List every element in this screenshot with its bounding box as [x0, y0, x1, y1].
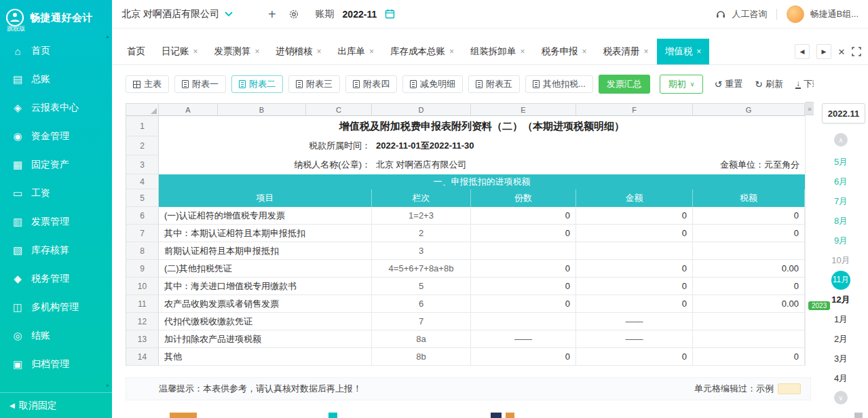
- cell[interactable]: 0: [693, 225, 805, 242]
- row-number[interactable]: 2: [126, 136, 159, 155]
- month-item[interactable]: 6月: [814, 172, 868, 191]
- cell[interactable]: 北京 对啊酒店有限公司: [372, 155, 596, 174]
- select-all-corner[interactable]: [126, 104, 159, 116]
- sidebar-item[interactable]: ▦固定资产: [0, 151, 112, 179]
- cell[interactable]: 前期认证相符且本期申报抵扣: [159, 242, 372, 260]
- sheet-tab[interactable]: 附表一: [174, 75, 226, 93]
- cell[interactable]: 其他: [159, 348, 372, 366]
- cell[interactable]: 0: [471, 278, 576, 295]
- close-icon[interactable]: ×: [369, 47, 374, 56]
- consult-link[interactable]: 人工咨询: [732, 8, 767, 20]
- table-header-cell[interactable]: 项目: [159, 189, 372, 207]
- cell[interactable]: ——: [576, 313, 693, 330]
- row-number[interactable]: 6: [126, 207, 159, 225]
- document-tab[interactable]: 税表清册×: [595, 39, 657, 64]
- opening-balance-button[interactable]: 期初∨: [660, 75, 704, 94]
- cell[interactable]: 代扣代缴税收缴款凭证: [159, 313, 372, 330]
- document-tab[interactable]: 出库单×: [330, 39, 383, 64]
- row-number[interactable]: 4: [126, 174, 159, 189]
- taskbar-item[interactable]: [328, 413, 337, 418]
- sidebar-item[interactable]: ◈云报表中心: [0, 94, 112, 122]
- cell[interactable]: 0: [576, 348, 693, 366]
- column-header[interactable]: G: [693, 104, 805, 116]
- sidebar-item[interactable]: ◎结账: [0, 322, 112, 350]
- cell[interactable]: 金额单位：元至角分: [596, 155, 805, 174]
- calendar-icon[interactable]: [385, 9, 395, 19]
- settings-gear-icon[interactable]: [288, 9, 299, 20]
- cell[interactable]: 8b: [372, 348, 471, 366]
- cell[interactable]: [693, 242, 805, 260]
- column-header[interactable]: D: [372, 104, 471, 116]
- sidebar-item[interactable]: ▣归档管理: [0, 350, 112, 379]
- cell[interactable]: [471, 242, 576, 260]
- fullscreen-icon[interactable]: [852, 47, 861, 56]
- cell[interactable]: 0: [693, 207, 805, 225]
- cell[interactable]: 0: [693, 278, 805, 295]
- cell[interactable]: 其中：本期认证相符且本期申报抵扣: [159, 225, 372, 242]
- row-number[interactable]: 13: [126, 330, 159, 348]
- collapse-panel-icon[interactable]: »: [805, 102, 814, 115]
- chevron-down-icon[interactable]: [225, 12, 233, 17]
- cell[interactable]: (二)其他扣税凭证: [159, 260, 372, 278]
- cell[interactable]: 0: [576, 260, 693, 278]
- cell[interactable]: 8a: [372, 330, 471, 348]
- cell[interactable]: 其中：海关进口增值税专用缴款书: [159, 278, 372, 295]
- sheet-tab[interactable]: 减免明细: [402, 75, 463, 93]
- sidebar-item[interactable]: ◆税务管理: [0, 265, 112, 293]
- cell[interactable]: 农产品收购发票或者销售发票: [159, 295, 372, 313]
- close-icon[interactable]: ×: [521, 47, 525, 56]
- add-icon[interactable]: +: [268, 7, 276, 21]
- refresh-button[interactable]: ↻刷新: [753, 75, 785, 94]
- row-number[interactable]: 5: [126, 189, 159, 207]
- cell[interactable]: [576, 242, 693, 260]
- cell[interactable]: [693, 313, 805, 330]
- cell[interactable]: 纳税人名称(公章)：: [159, 155, 372, 174]
- document-tab[interactable]: 发票测算×: [206, 39, 268, 64]
- cell[interactable]: 0: [471, 348, 576, 366]
- month-item[interactable]: 8月: [814, 211, 868, 231]
- sidebar-item[interactable]: ▥发票管理: [0, 208, 112, 236]
- company-selector[interactable]: 北京 对啊酒店有限公司: [121, 8, 219, 20]
- row-number[interactable]: 3: [126, 155, 159, 174]
- cell[interactable]: 0.00: [693, 295, 805, 313]
- invoice-summary-button[interactable]: 发票汇总: [599, 75, 650, 94]
- table-header-cell[interactable]: 金额: [576, 189, 693, 207]
- cell[interactable]: [693, 330, 805, 348]
- column-header[interactable]: A: [159, 104, 218, 116]
- close-tab-button[interactable]: ×: [838, 46, 845, 58]
- sidebar-item[interactable]: ▤总账: [0, 65, 112, 94]
- sidebar-scroll-down-icon[interactable]: ▼: [105, 383, 110, 388]
- document-tab[interactable]: 首页: [119, 39, 153, 64]
- sidebar-item[interactable]: ▧库存核算: [0, 236, 112, 265]
- row-number[interactable]: 8: [126, 242, 159, 260]
- document-tab[interactable]: 进销稽核×: [268, 39, 330, 64]
- unpin-sidebar-button[interactable]: ◀ 取消固定: [0, 392, 112, 418]
- row-number[interactable]: 1: [126, 116, 159, 136]
- close-icon[interactable]: ×: [449, 47, 454, 56]
- close-icon[interactable]: ×: [582, 47, 587, 56]
- month-item[interactable]: 9月: [814, 231, 868, 250]
- cell[interactable]: 2022-11-01至2022-11-30: [372, 136, 805, 155]
- table-header-cell[interactable]: 栏次: [372, 189, 471, 207]
- cell[interactable]: 4=5+6+7+8a+8b: [372, 260, 471, 278]
- row-number[interactable]: 14: [126, 348, 159, 366]
- cell[interactable]: 7: [372, 313, 471, 330]
- cell[interactable]: 0: [576, 225, 693, 242]
- table-header-cell[interactable]: 税额: [693, 189, 805, 207]
- close-icon[interactable]: ×: [696, 47, 701, 56]
- table-header-cell[interactable]: 份数: [471, 189, 576, 207]
- taskbar-item[interactable]: [506, 413, 514, 418]
- month-item[interactable]: 2月: [814, 329, 868, 349]
- cell[interactable]: ——: [471, 330, 576, 348]
- cell[interactable]: 0: [576, 207, 693, 225]
- cell[interactable]: 0.00: [693, 260, 805, 278]
- cell[interactable]: 3: [372, 242, 471, 260]
- column-header[interactable]: C: [306, 104, 372, 116]
- sheet-tab[interactable]: 附表四: [345, 75, 397, 93]
- month-item[interactable]: 1月: [814, 309, 868, 329]
- cell[interactable]: 0: [471, 225, 576, 242]
- period-value[interactable]: 2022-11: [343, 9, 377, 20]
- close-icon[interactable]: ×: [193, 47, 198, 56]
- column-header[interactable]: B: [218, 104, 306, 116]
- cell[interactable]: 0: [693, 348, 805, 366]
